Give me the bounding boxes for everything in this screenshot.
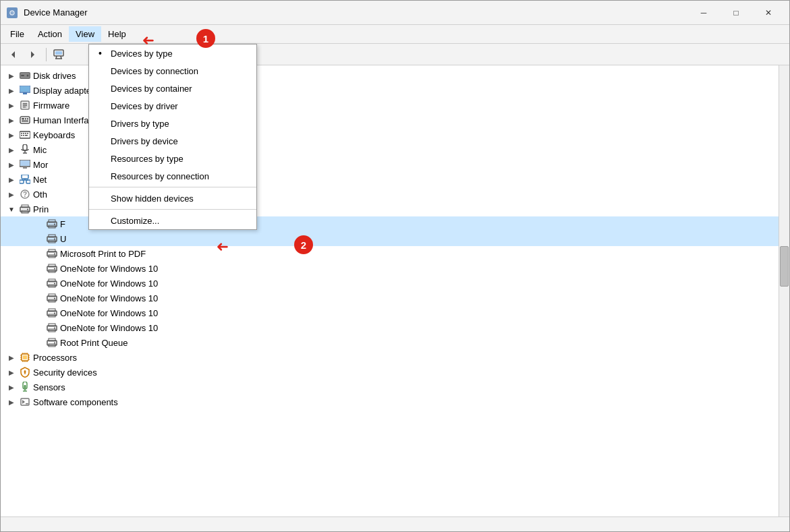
window-icon: ⚙ <box>6 7 18 19</box>
menu-item-customize[interactable]: Customize... <box>89 212 256 229</box>
close-button[interactable]: ✕ <box>753 2 784 24</box>
back-button[interactable] <box>3 46 22 63</box>
icon-onenote-4 <box>46 307 58 319</box>
expand-fax <box>33 218 44 229</box>
svg-point-101 <box>24 371 26 373</box>
svg-rect-108 <box>26 403 28 405</box>
menu-item-devices-by-type[interactable]: Devices by type <box>89 45 256 62</box>
menu-item-drivers-by-type[interactable]: Drivers by type <box>89 115 256 132</box>
svg-rect-25 <box>21 133 22 134</box>
svg-rect-12 <box>20 86 30 92</box>
menu-item-devices-by-container[interactable]: Devices by container <box>89 80 256 97</box>
menu-action[interactable]: Action <box>31 26 69 42</box>
tree-item-onenote-5[interactable]: OneNote for Windows 10 <box>1 320 779 335</box>
expand-ms-pdf2 <box>33 248 44 259</box>
svg-rect-18 <box>23 107 26 108</box>
menu-help[interactable]: Help <box>101 26 133 42</box>
icon-processors <box>19 351 31 363</box>
tree-item-root-print-queue[interactable]: Root Print Queue <box>1 335 779 350</box>
tree-item-sensors[interactable]: ▶ Sensors <box>1 380 779 394</box>
icon-ms-pdf <box>46 233 58 245</box>
maximize-button[interactable]: □ <box>721 2 752 24</box>
icon-keyboard <box>19 129 31 141</box>
menu-item-resources-by-connection[interactable]: Resources by connection <box>89 167 256 185</box>
icon-mic <box>19 144 31 156</box>
menu-item-resources-by-type[interactable]: Resources by type <box>89 150 256 167</box>
tree-label-onenote-1: OneNote for Windows 10 <box>60 264 779 274</box>
icon-software <box>19 396 31 408</box>
expand-security[interactable]: ▶ <box>6 367 17 378</box>
tree-label-onenote-2: OneNote for Windows 10 <box>60 278 779 289</box>
tree-label-software: Software components <box>33 397 779 407</box>
icon-onenote-5 <box>46 322 58 334</box>
expand-network[interactable]: ▶ <box>6 174 17 185</box>
callout-badge-1: 1 <box>196 29 215 48</box>
menu-item-devices-by-connection[interactable]: Devices by connection <box>89 62 256 80</box>
svg-point-57 <box>54 239 55 240</box>
tree-item-processors[interactable]: ▶ Processors <box>1 350 779 365</box>
menu-item-devices-by-driver[interactable]: Devices by driver <box>89 97 256 115</box>
expand-keyboards[interactable]: ▶ <box>6 129 17 140</box>
svg-rect-27 <box>25 133 26 134</box>
menu-file[interactable]: File <box>3 26 31 42</box>
expand-hid[interactable]: ▶ <box>6 115 17 125</box>
tree-item-onenote-3[interactable]: OneNote for Windows 10 <box>1 291 779 305</box>
menu-view[interactable]: View <box>69 26 101 42</box>
icon-onenote-3 <box>46 292 58 304</box>
svg-text:?: ? <box>23 191 27 198</box>
tree-item-security[interactable]: ▶ Security devices <box>1 365 779 380</box>
expand-monitors[interactable]: ▶ <box>6 159 17 170</box>
tree-label-ms-pdf-selected: U <box>60 234 779 244</box>
svg-rect-17 <box>23 105 27 107</box>
expand-disk[interactable]: ▶ <box>6 70 17 81</box>
icon-network <box>19 173 31 185</box>
expand-other[interactable]: ▶ <box>6 189 17 200</box>
svg-point-9 <box>27 75 29 77</box>
expand-firmware[interactable]: ▶ <box>6 100 17 111</box>
expand-mic[interactable]: ▶ <box>6 144 17 155</box>
menu-bar: File Action View Help Devices by type De… <box>1 25 789 44</box>
separator-1 <box>89 187 256 187</box>
svg-rect-22 <box>27 118 28 120</box>
tree-label-processors: Processors <box>33 353 779 363</box>
icon-onenote-1 <box>46 262 58 274</box>
tree-label-security: Security devices <box>33 367 779 378</box>
expand-display[interactable]: ▶ <box>6 85 17 96</box>
vertical-scrollbar[interactable] <box>779 65 789 516</box>
expand-printer-root[interactable]: ▼ <box>6 204 17 214</box>
svg-rect-30 <box>23 135 24 136</box>
icon-hid <box>19 114 31 126</box>
tree-item-onenote-1[interactable]: OneNote for Windows 10 <box>1 261 779 276</box>
svg-rect-36 <box>20 160 30 166</box>
window-controls: ─ □ ✕ <box>688 2 784 24</box>
svg-point-53 <box>54 224 55 225</box>
status-bar <box>1 516 789 531</box>
tree-label-root-print-queue: Root Print Queue <box>60 338 779 348</box>
expand-sensors[interactable]: ▶ <box>6 382 17 392</box>
svg-rect-19 <box>20 117 30 123</box>
tree-label-sensors: Sensors <box>33 382 779 392</box>
menu-item-show-hidden-devices[interactable]: Show hidden devices <box>89 189 256 207</box>
tree-item-ms-print-pdf-selected[interactable]: U <box>1 231 779 246</box>
icon-security <box>19 366 31 378</box>
expand-software[interactable]: ▶ <box>6 396 17 407</box>
svg-point-77 <box>54 313 55 314</box>
separator-2 <box>89 209 256 210</box>
minimize-button[interactable]: ─ <box>688 2 719 24</box>
menu-item-drivers-by-device[interactable]: Drivers by device <box>89 132 256 150</box>
svg-point-49 <box>27 209 28 210</box>
computer-button[interactable] <box>50 46 69 63</box>
svg-marker-107 <box>22 400 25 404</box>
tree-item-software[interactable]: ▶ Software components <box>1 394 779 409</box>
expand-processors[interactable]: ▶ <box>6 352 17 363</box>
svg-rect-10 <box>21 75 24 76</box>
tree-item-ms-print-pdf[interactable]: Microsoft Print to PDF <box>1 246 779 261</box>
svg-rect-28 <box>27 133 28 134</box>
icon-firmware <box>19 99 31 111</box>
tree-item-onenote-4[interactable]: OneNote for Windows 10 <box>1 305 779 320</box>
svg-rect-37 <box>23 167 27 169</box>
tree-item-onenote-2[interactable]: OneNote for Windows 10 <box>1 276 779 291</box>
scroll-thumb[interactable] <box>780 246 789 287</box>
forward-button[interactable] <box>24 46 43 63</box>
svg-point-73 <box>54 298 55 299</box>
